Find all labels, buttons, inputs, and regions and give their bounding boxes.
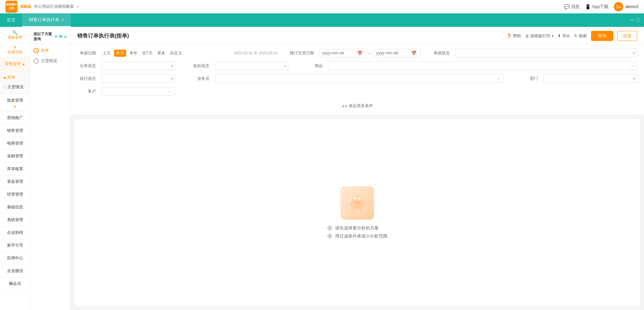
dropdown-icon[interactable]: ▾ (77, 5, 78, 8)
svg-point-3 (354, 197, 356, 199)
pay-status-select[interactable] (215, 62, 288, 70)
date-label: 单据日期 (77, 50, 96, 56)
pay-status-label: 收款状态 (191, 63, 209, 69)
print-icon: 🖨 (525, 34, 529, 38)
print-button[interactable]: 🖨 按模板打印 ▾ (525, 33, 553, 39)
date-end-input[interactable] (376, 51, 410, 55)
sidebar-item-retail[interactable]: 零售管理 ▲ (0, 58, 30, 70)
svg-point-4 (358, 197, 360, 199)
calendar-start-icon[interactable]: 📅 (357, 51, 363, 56)
scheme-item-按单[interactable]: ● 按单 (30, 45, 70, 56)
print-dropdown-icon[interactable]: ▾ (552, 34, 553, 38)
salesman-label: 业务员 (191, 76, 209, 82)
date-shortcut-本月[interactable]: 本月 (114, 50, 126, 57)
empty-image (340, 186, 374, 220)
help-button[interactable]: ❓ 帮助 (506, 33, 521, 39)
date-shortcut-本年[interactable]: 本年 (128, 50, 139, 57)
expected-date-start[interactable]: 📅 (319, 49, 366, 57)
circle-icon: ● (3, 75, 6, 80)
chevron-up-icon: ▲ (22, 62, 25, 66)
sidebar-item-wechat[interactable]: 企业微信 (0, 265, 30, 277)
svg-line-8 (353, 209, 354, 214)
message-button[interactable]: 💬 消息 (564, 4, 580, 10)
wholesale-label: 批发管理 (7, 98, 23, 103)
sidebar-item-member[interactable]: 畅会员 (0, 277, 30, 290)
refresh-scheme-icon[interactable]: ⟳ (59, 34, 63, 39)
exec-status-label: 执行状态 (77, 76, 96, 82)
ship-status-select[interactable] (102, 62, 175, 70)
date-shortcut-更多[interactable]: 更多 (156, 50, 167, 57)
sidebar-item-enterprise[interactable]: 企业协同 (0, 226, 30, 239)
sidebar-nav[interactable]: ⚡ 快捷导航 (0, 42, 30, 58)
scheme-item-欠货情况[interactable]: ○ 欠货情况 (30, 56, 70, 66)
export-icon: ⬆ (557, 34, 561, 38)
sidebar-search[interactable]: 🔍 搜索菜单 (0, 27, 30, 42)
help-icon: ❓ (506, 34, 512, 38)
tab-close-icon[interactable]: × (61, 17, 64, 22)
add-scheme-icon[interactable]: + (55, 34, 57, 39)
chevron-down-icon: ▲ (13, 104, 17, 108)
sidebar-item-guide[interactable]: 新手引导 (0, 239, 30, 252)
sidebar-item-sales[interactable]: 销售管理 (0, 124, 30, 137)
dept-select[interactable] (544, 74, 637, 83)
date-shortcut-近7天[interactable]: 近7天 (141, 50, 154, 57)
export-button[interactable]: ⬆ 导出 (557, 33, 570, 39)
sidebar-item-basic[interactable]: 基础信息 (0, 201, 30, 214)
guide-label: 新手引导 (7, 243, 23, 248)
date-shortcut-group: 上月 本月 本年 近7天 更多 自定义 (101, 50, 229, 57)
salesman-dots-icon[interactable]: ··· (497, 76, 501, 81)
customer-input[interactable] (104, 89, 167, 94)
tab-home[interactable]: 首页 (0, 13, 22, 27)
goods-dots-icon[interactable]: ··· (630, 63, 634, 68)
goods-input[interactable] (331, 63, 630, 68)
sidebar-nav-label: 快捷导航 (0, 50, 30, 55)
salesman-input-wrapper[interactable]: ··· (215, 74, 504, 83)
svg-rect-1 (351, 200, 363, 209)
tip-text-1: 请先选择要分析的方案 (335, 225, 379, 231)
refresh-button[interactable]: ↻ 刷新 (574, 33, 587, 39)
search-button[interactable]: 查询 (591, 31, 613, 41)
date-shortcut-自定义[interactable]: 自定义 (169, 50, 183, 57)
settings-button[interactable]: 设置 (617, 31, 637, 41)
customer-label: 客户 (77, 89, 96, 94)
sidebar-item-finance[interactable]: 资金管理 (0, 175, 30, 188)
sidebar-sub-item-按单[interactable]: ● 按单 (0, 72, 30, 82)
nav-icon: ⚡ (12, 45, 17, 50)
collapse-button[interactable]: ∧∧ 收起更多条件 (341, 101, 373, 111)
sidebar-item-purchase[interactable]: 采购管理 (0, 150, 30, 163)
sidebar-item-operations[interactable]: 经营管理 (0, 188, 30, 201)
sidebar-item-appstore[interactable]: 应用中心 (0, 252, 30, 265)
sidebar-item-inventory[interactable]: 库存核算 (0, 163, 30, 175)
user-menu[interactable]: Ea demo2 (614, 2, 639, 11)
expected-date-end[interactable]: 📅 (373, 49, 420, 57)
scheme-欠货情况-label: 欠货情况 (41, 58, 57, 64)
collapse-panel-icon[interactable]: « (64, 34, 67, 39)
message-label: 消息 (571, 4, 580, 10)
salesman-input[interactable] (218, 76, 496, 81)
exec-status-select[interactable] (102, 74, 175, 83)
date-start-input[interactable] (322, 51, 356, 55)
sidebar-item-wholesale[interactable]: 批发管理 ▲ (0, 94, 30, 112)
empty-robot-svg (344, 190, 371, 216)
export-label: 导出 (562, 33, 570, 39)
dept-wrapper: ▾ (543, 74, 637, 83)
sidebar-item-ecommerce[interactable]: 电商管理 (0, 137, 30, 150)
scheme-active-circle: ● (34, 48, 39, 53)
collapse-row: ∧∧ 收起更多条件 (77, 100, 637, 111)
goods-input-wrapper[interactable]: ··· (328, 61, 637, 70)
sidebar-item-marketing[interactable]: 营销推广 (0, 112, 30, 124)
operations-label: 经营管理 (7, 192, 23, 197)
doc-status-select[interactable] (455, 49, 637, 57)
calendar-end-icon[interactable]: 📅 (411, 51, 417, 56)
tab-end-buttons: ─ □ (630, 13, 644, 27)
sidebar-item-system[interactable]: 系统管理 (0, 214, 30, 226)
app-download-button[interactable]: 📱 App下载 (585, 4, 608, 10)
goods-label: 商品 (304, 63, 323, 69)
customer-input-wrapper[interactable]: ··· (101, 87, 175, 96)
minimize-icon[interactable]: ─ (630, 17, 634, 23)
customer-dots-icon[interactable]: ··· (168, 89, 172, 94)
sidebar-sub-item-欠货情况[interactable]: ○ 欠货情况 (0, 82, 30, 92)
date-shortcut-上月[interactable]: 上月 (101, 50, 112, 57)
tab-sales-order[interactable]: 销售订单执行表 × (22, 13, 71, 27)
maximize-icon[interactable]: □ (637, 17, 640, 23)
